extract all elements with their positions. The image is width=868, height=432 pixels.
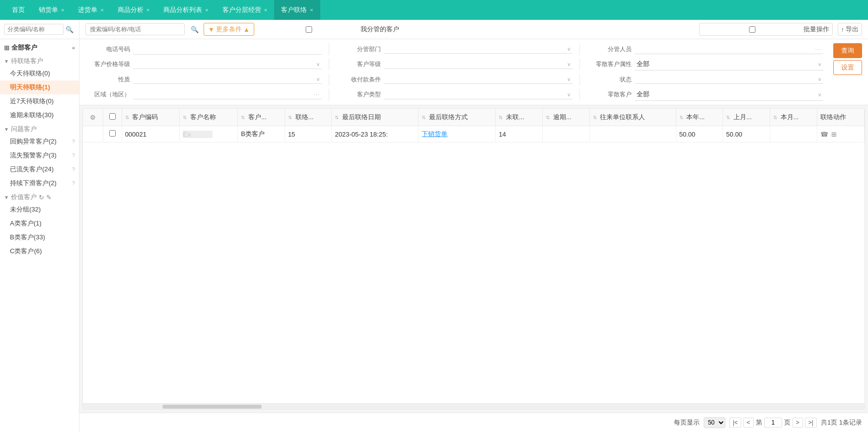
pending-group-label: ▼ 待联络客户 (0, 54, 79, 67)
sidebar-item-churned[interactable]: 已流失客户(24) ? (0, 162, 79, 176)
more-conditions-button[interactable]: ▼ 更多条件 ▲ (204, 23, 254, 36)
phone-input[interactable] (133, 44, 322, 55)
table-header-uncontacted[interactable]: ⇅ 未联... (496, 109, 543, 126)
close-purchase-order-icon[interactable]: × (100, 7, 103, 13)
problem-group-label: ▼ 问题客户 (0, 122, 79, 135)
retail-customers-select[interactable]: 全部∨ (635, 88, 823, 101)
region-select[interactable]: ··· (133, 90, 322, 99)
payment-terms-select[interactable]: ∨ (384, 75, 573, 84)
table-header-contact-count[interactable]: ⇅ 联络... (285, 109, 332, 126)
table-header-checkbox[interactable] (103, 109, 122, 126)
close-product-analysis-list-icon[interactable]: × (205, 7, 208, 13)
customer-table: ⚙ ⇅ 客户编码 ⇅ 客户名称 ⇅ 客户... (83, 109, 865, 143)
retail-attr-select[interactable]: 全部∨ (635, 58, 823, 71)
manager-field: 分管人员 ··· (587, 45, 823, 54)
page-number-input[interactable] (764, 418, 782, 428)
sidebar-item-tomorrow-pending[interactable]: 明天待联络(1) (0, 80, 79, 94)
department-arrow-icon: ∨ (567, 46, 571, 52)
last-page-button[interactable]: >| (805, 418, 817, 428)
settings-button[interactable]: 设置 (833, 60, 862, 75)
first-page-button[interactable]: |< (729, 418, 741, 428)
table-header-last-contact-date[interactable]: ⇅ 最后联络日期 (332, 109, 419, 126)
sidebar-search-area: 🔍 (0, 20, 79, 39)
grid-action-icon[interactable]: ⊞ (831, 131, 837, 138)
batch-operation-button[interactable]: 批量操作 (699, 23, 833, 36)
price-grade-select[interactable]: ∨ (133, 60, 322, 69)
value-refresh-icon[interactable]: ↻ (39, 194, 44, 201)
nature-select[interactable]: ∨ (133, 75, 322, 84)
nav-customer-tiering[interactable]: 客户分层经营 × (216, 0, 274, 20)
table-header-contact-person[interactable]: ⇅ 往来单位联系人 (589, 109, 676, 126)
filter-row-1: 电话号码 分管部门 ∨ 分管人员 (85, 43, 823, 55)
sidebar-item-c-class[interactable]: C类客户(6) (0, 244, 79, 258)
sidebar-search-icon[interactable]: 🔍 (66, 26, 73, 33)
table-header-code[interactable]: ⇅ 客户编码 (122, 109, 180, 126)
divider1 (329, 43, 329, 55)
nav-product-analysis[interactable]: 商品分析 × (111, 0, 156, 20)
scrollbar-thumb[interactable] (162, 405, 262, 409)
sidebar-item-repurchase-abnormal[interactable]: 回购异常客户(2) ? (0, 135, 79, 148)
retail-attr-field: 零散客户属性 全部∨ (587, 58, 823, 71)
table-header-this-month[interactable]: ⇅ 本月... (770, 109, 817, 126)
sidebar-item-ungrouped[interactable]: 未分组(32) (0, 203, 79, 216)
my-customers-checkbox[interactable] (259, 26, 359, 33)
department-select[interactable]: ∨ (384, 45, 573, 54)
value-edit-icon[interactable]: ✎ (46, 194, 52, 201)
table-header-customer-type[interactable]: ⇅ 客户... (238, 109, 285, 126)
row-name: Ea (180, 126, 238, 143)
nav-home[interactable]: 首页 (5, 0, 32, 20)
sidebar-item-continuous-decline[interactable]: 持续下滑客户(2) ? (0, 176, 79, 190)
customer-grade-label: 客户等级 (336, 60, 381, 69)
horizontal-scrollbar[interactable] (83, 403, 865, 409)
close-customer-contact-icon[interactable]: × (310, 7, 313, 13)
row-last-contact-method[interactable]: 下销货单 (419, 126, 496, 143)
close-sales-order-icon[interactable]: × (61, 7, 64, 13)
close-customer-tiering-icon[interactable]: × (264, 7, 267, 13)
row-actions: ☎ ⊞ (817, 126, 865, 143)
sidebar-item-overdue-pending[interactable]: 逾期未联络(30) (0, 108, 79, 122)
next-page-button[interactable]: > (793, 418, 803, 428)
query-button[interactable]: 查询 (833, 43, 862, 58)
filter-right-actions: 批量操作 ↑ 导出 (699, 23, 863, 36)
sidebar-item-b-class[interactable]: B类客户(33) (0, 230, 79, 244)
per-page-select[interactable]: 50 (704, 417, 725, 428)
customer-type-select[interactable]: ∨ (384, 90, 573, 99)
sidebar-search-input[interactable] (4, 24, 64, 35)
nav-sales-order[interactable]: 销货单 × (32, 0, 71, 20)
last-contact-link[interactable]: 下销货单 (422, 130, 447, 138)
status-label: 状态 (587, 75, 632, 84)
nav-customer-contact[interactable]: 客户联络 × (274, 0, 320, 20)
export-button[interactable]: ↑ 导出 (838, 23, 863, 36)
phone-action-icon[interactable]: ☎ (820, 131, 828, 138)
prev-page-button[interactable]: < (743, 418, 754, 428)
table-header-last-contact-method[interactable]: ⇅ 最后联络方式 (419, 109, 496, 126)
sidebar-item-week-pending[interactable]: 近7天待联络(0) (0, 94, 79, 108)
customer-grade-select[interactable]: ∨ (384, 60, 573, 69)
row-checkbox[interactable] (109, 130, 116, 137)
region-field: 区域（地区） ··· (85, 90, 322, 99)
nav-purchase-order[interactable]: 进货单 × (71, 0, 110, 20)
region-dots-icon: ··· (314, 91, 320, 97)
table-header-name[interactable]: ⇅ 客户名称 (180, 109, 238, 126)
status-select[interactable]: ∨ (635, 75, 823, 84)
sidebar-item-today-pending[interactable]: 今天待联络(0) (0, 67, 79, 80)
batch-checkbox[interactable] (703, 26, 802, 33)
table-header-gear[interactable]: ⚙ (83, 109, 103, 126)
sidebar-item-a-class[interactable]: A类客户(1) (0, 216, 79, 230)
search-input[interactable] (85, 23, 185, 35)
select-all-checkbox[interactable] (109, 113, 116, 120)
sidebar-item-churn-warning[interactable]: 流失预警客户(3) ? (0, 148, 79, 162)
row-checkbox-cell[interactable] (103, 126, 122, 143)
table-header-overdue[interactable]: ⇅ 逾期... (543, 109, 590, 126)
more-conditions-arrow: ▲ (243, 26, 250, 33)
all-customers-header[interactable]: ⊞ 全部客户 « (0, 39, 79, 54)
nav-product-analysis-list[interactable]: 商品分析列表 × (156, 0, 215, 20)
manager-label: 分管人员 (587, 45, 632, 54)
table-header-this-year[interactable]: ⇅ 本年... (676, 109, 723, 126)
close-product-analysis-icon[interactable]: × (146, 7, 149, 13)
table-header-last-month[interactable]: ⇅ 上月... (723, 109, 770, 126)
manager-select[interactable]: ··· (635, 45, 823, 54)
collapse-sidebar-icon[interactable]: « (72, 45, 75, 51)
filter-search-icon[interactable]: 🔍 (191, 26, 199, 33)
content-area: 🔍 ▼ 更多条件 ▲ 我分管的客户 批量操作 ↑ 导出 (79, 20, 868, 432)
